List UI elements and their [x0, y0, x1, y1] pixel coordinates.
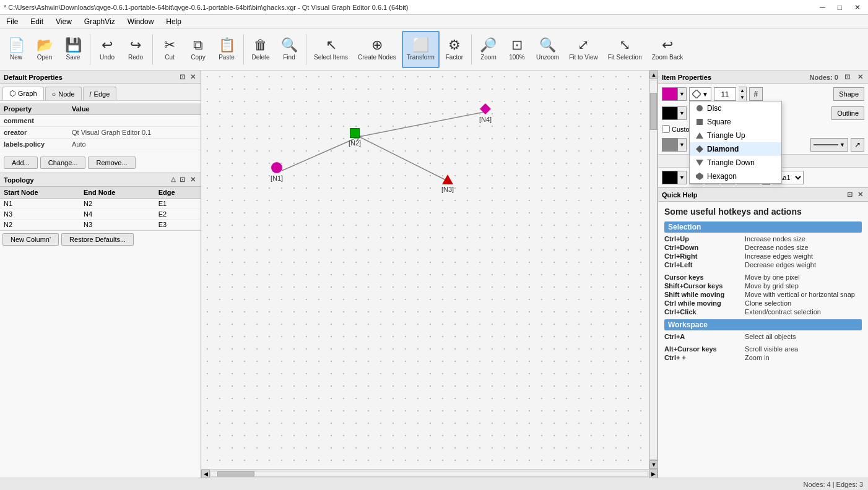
canvas-hscroll[interactable]: ◀ ▶: [201, 469, 658, 478]
item-props-title: Item Properties: [662, 74, 711, 81]
toolbar-btn-fit-selection[interactable]: ⤡Fit Selection: [604, 31, 646, 68]
vscroll-track[interactable]: [649, 80, 658, 460]
menu-item-edit[interactable]: Edit: [24, 15, 50, 28]
toolbar-btn-find[interactable]: 🔍Find: [276, 31, 303, 68]
vscroll-thumb[interactable]: [650, 93, 657, 130]
toolbar-btn-select-items[interactable]: ↖Select Items: [310, 31, 352, 68]
maximize-btn[interactable]: □: [834, 3, 846, 12]
outline-color-swatch[interactable]: [662, 106, 678, 120]
menu-item-view[interactable]: View: [50, 15, 78, 28]
arrow-direction-btn[interactable]: ↗: [851, 138, 864, 152]
fill-color-swatch[interactable]: [662, 87, 678, 101]
toolbar-icon-zoom: 🔎: [480, 38, 497, 52]
canvas[interactable]: [N1] [N2]: [201, 71, 649, 469]
hscroll-track[interactable]: [210, 471, 648, 477]
toolbar-btn-fit-to-view[interactable]: ⤢Fit to View: [565, 31, 602, 68]
menu-item-graphviz[interactable]: GraphViz: [78, 15, 121, 28]
toolbar-btn-factor[interactable]: ⚙Factor: [441, 31, 468, 68]
add-prop-btn[interactable]: Add...: [4, 157, 38, 169]
topology-float-btn[interactable]: ⊡: [178, 176, 186, 184]
shape-dropdown[interactable]: ▼: [689, 87, 711, 101]
edge-N2-N3: [359, 137, 452, 183]
minimize-btn[interactable]: ─: [816, 3, 829, 12]
shape-option-hexagon[interactable]: Hexagon: [690, 170, 781, 183]
custom-attributes-checkbox[interactable]: [662, 125, 670, 133]
tab-node[interactable]: ○ Node: [45, 87, 82, 100]
item-props-float-btn[interactable]: ⊡: [843, 73, 851, 81]
tab-edge[interactable]: / Edge: [83, 87, 117, 100]
node-N4[interactable]: [N4]: [479, 103, 492, 123]
close-btn[interactable]: ✕: [851, 3, 864, 12]
quick-help-close-btn[interactable]: ✕: [856, 191, 864, 199]
fill-color-container: ▼: [662, 87, 687, 101]
toolbar-btn-unzoom[interactable]: 🔍Unzoom: [532, 31, 563, 68]
canvas-vscroll[interactable]: ▲ ▼: [649, 71, 658, 469]
shape-size-down-btn[interactable]: ▼: [739, 94, 746, 101]
toolbar-btn-create-nodes[interactable]: ⊕Create Nodes: [354, 31, 401, 68]
toolbar-btn-open[interactable]: 📂Open: [31, 31, 58, 68]
vscroll-up-btn[interactable]: ▲: [649, 71, 658, 79]
default-props-close-btn[interactable]: ✕: [189, 73, 197, 81]
default-props-controls[interactable]: ⊡ ✕: [178, 73, 197, 81]
qh-row: Cursor keysMove by one pixel: [664, 273, 862, 281]
toolbar-btn-undo[interactable]: ↩Undo: [93, 31, 121, 68]
canvas-area[interactable]: [N1] [N2]: [201, 71, 649, 469]
toolbar-btn-delete[interactable]: 🗑Delete: [247, 31, 274, 68]
quick-help-float-btn[interactable]: ⊡: [846, 191, 854, 199]
toolbar-btn-transform[interactable]: ⬜Transform: [402, 31, 440, 68]
quick-help-title: Quick Help: [662, 191, 697, 199]
fill-color-dropdown-btn[interactable]: ▼: [678, 87, 687, 101]
toolbar-btn-paste[interactable]: 📋Paste: [213, 31, 240, 68]
toolbar-btn-new[interactable]: 📄New: [2, 31, 30, 68]
toolbar-btn-zoom-100[interactable]: ⊡100%: [503, 31, 531, 68]
shape-option-disc[interactable]: Disc: [690, 101, 781, 115]
hash-btn[interactable]: #: [749, 87, 763, 101]
line-style-dropdown[interactable]: ▼: [810, 138, 848, 152]
toolbar-btn-zoom-back[interactable]: ↩Zoom Back: [648, 31, 688, 68]
secondary-color-container: ▼: [662, 138, 687, 152]
hscroll-right-btn[interactable]: ▶: [649, 470, 658, 478]
menu-item-help[interactable]: Help: [160, 15, 188, 28]
change-prop-btn[interactable]: Change...: [40, 157, 86, 169]
shape-option-square[interactable]: Square: [690, 115, 781, 129]
item-props-close-btn[interactable]: ✕: [856, 73, 864, 81]
shape-size-up-btn[interactable]: ▲: [739, 87, 746, 94]
label-color-dropdown-btn[interactable]: ▼: [678, 171, 687, 184]
toolbar-btn-redo[interactable]: ↪Redo: [122, 31, 149, 68]
topology-expand-btn[interactable]: △: [171, 176, 176, 184]
shape-option-diamond[interactable]: Diamond: [690, 142, 781, 156]
toolbar-btn-save[interactable]: 💾Save: [59, 31, 87, 68]
shape-size-input[interactable]: 11: [714, 87, 736, 101]
restore-defaults-btn[interactable]: Restore Defaults...: [61, 233, 134, 246]
label-color-swatch[interactable]: [662, 171, 678, 184]
toolbar-btn-cut[interactable]: ✂Cut: [156, 31, 183, 68]
outline-color-dropdown-btn[interactable]: ▼: [678, 106, 687, 120]
hscroll-left-btn[interactable]: ◀: [201, 470, 210, 478]
vscroll-down-btn[interactable]: ▼: [649, 460, 658, 469]
topology-close-btn[interactable]: ✕: [189, 176, 197, 184]
toolbar-btn-zoom[interactable]: 🔎Zoom: [475, 31, 502, 68]
toolbar-label-open: Open: [37, 54, 52, 61]
shape-option-triangle-up[interactable]: Triangle Up: [690, 129, 781, 142]
titlebar-controls[interactable]: ─ □ ✕: [816, 3, 864, 12]
node-N1[interactable]: [N1]: [271, 162, 283, 182]
shape-button[interactable]: Shape: [833, 87, 864, 101]
toolbar-btn-copy[interactable]: ⧉Copy: [184, 31, 212, 68]
new-column-btn[interactable]: New Column': [2, 233, 59, 246]
outline-button[interactable]: Outline: [831, 106, 864, 120]
menu-item-window[interactable]: Window: [121, 15, 160, 28]
secondary-dropdown-btn[interactable]: ▼: [678, 138, 687, 152]
remove-prop-btn[interactable]: Remove...: [88, 157, 135, 169]
secondary-color-swatch[interactable]: [662, 138, 678, 152]
default-props-float-btn[interactable]: ⊡: [178, 73, 186, 81]
node-N3[interactable]: [N3]: [441, 174, 454, 193]
shape-option-triangle-down[interactable]: Triangle Down: [690, 156, 781, 170]
quick-help-controls[interactable]: ⊡ ✕: [846, 191, 864, 199]
hscroll-thumb[interactable]: [217, 471, 254, 476]
toolbar-label-unzoom: Unzoom: [536, 54, 559, 61]
node-N2[interactable]: [N2]: [349, 128, 361, 147]
tab-graph[interactable]: ⬡ Graph: [2, 87, 44, 100]
menu-item-file[interactable]: File: [0, 15, 24, 28]
topology-controls[interactable]: △ ⊡ ✕: [171, 176, 197, 184]
svg-point-3: [697, 105, 703, 111]
